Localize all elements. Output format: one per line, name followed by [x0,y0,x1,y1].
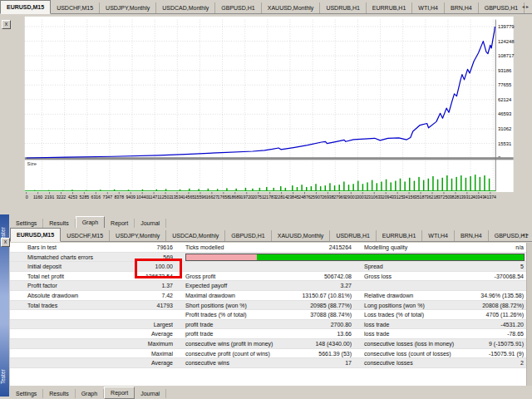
size-bar [484,175,485,191]
x-axis-tick: 3222 [57,195,66,200]
report-label: Expected payoff [173,281,289,290]
report-label: profit trade [173,329,289,338]
x-axis-tick: 10440 [136,195,149,200]
symbol-tab-eurrub-h1[interactable]: EURRUB,H1 [377,230,422,241]
tab-report[interactable]: Report [105,219,135,228]
size-bar [142,190,143,191]
report-value: -4531.20 [468,320,525,329]
size-bar [418,177,419,191]
symbol-tab-brn-h4[interactable]: BRN,H4 [445,2,479,13]
report-value: -78.65 [468,329,525,338]
report-label [173,262,289,271]
tab-settings[interactable]: Settings [10,219,43,228]
size-bar [456,177,456,191]
tab-graph[interactable]: Graph [76,216,105,229]
y-axis-tick: 77655 [498,82,512,87]
size-bar [334,185,335,191]
size-bar [315,184,316,190]
x-axis-tick: 4253 [68,195,78,200]
x-axis-tick: 27969 [333,195,346,200]
x-axis-tick: 14565 [183,195,195,200]
x-axis-tick: 21783 [264,195,276,200]
symbol-tab-brn-h4[interactable]: BRN,H4 [455,230,489,241]
size-bar [301,185,302,190]
size-bar [400,179,401,191]
symbol-tab-eurusd-m15[interactable]: EURUSD,M15 [10,228,61,242]
symbol-tabbar-top: EURUSD,M15USDCHF,M15USDJPY,MonthlyUSDCAD… [0,0,532,14]
size-bar [404,181,405,190]
x-axis-tick: 2191 [45,195,55,200]
report-label: loss trade [352,320,468,329]
tab-scroll-arrows[interactable]: ◂▸ [522,231,530,237]
x-axis-tick: 33125 [392,195,404,200]
report-value: Maximal [123,349,173,358]
tab-results[interactable]: Results [43,389,75,398]
x-axis-tick: 12502 [160,195,172,200]
y-axis-tick: 93186 [498,68,511,73]
size-bar [165,189,166,190]
symbol-tab-usdchf-m15[interactable]: USDCHF,M15 [61,230,110,241]
tab-results[interactable]: Results [43,219,75,228]
report-value: 3.27 [289,281,352,290]
tab-report[interactable]: Report [104,387,135,399]
symbol-tabbar-report: EURUSD,M15USDCHF,M15USDJPY,MonthlyUSDCAD… [10,228,532,242]
tab-graph[interactable]: Graph [76,389,104,398]
symbol-tab-wti-h4[interactable]: WTI,H4 [412,2,445,13]
size-bar [48,190,49,191]
size-bar [329,183,330,190]
symbol-tab-usdchf-m15[interactable]: USDCHF,M15 [51,2,100,13]
symbol-tab-gbpusd-h1[interactable]: GBPUSD,H1 [215,2,261,13]
report-row: Mismatched charts errors569 [10,253,527,263]
symbol-tab-gbpusd-h1[interactable]: GBPUSD,H1 [225,230,271,241]
equity-chart: 1397791242481087179318677655621244659331… [0,15,532,214]
x-axis-tick: 11471 [148,195,160,200]
symbol-tab-eurusd-m15[interactable]: EURUSD,M15 [0,0,51,14]
size-bar [343,181,344,190]
report-value [468,281,525,290]
tab-settings[interactable]: Settings [10,389,43,398]
chart-background [25,17,514,192]
x-axis-tick: 34156 [403,195,416,200]
report-value: 1.37 [123,281,173,290]
report-label: consecutive wins [173,358,289,367]
symbol-tab-eurrub-h1[interactable]: EURRUB,H1 [367,2,412,13]
y-axis-tick: 62124 [498,97,512,102]
panel-splitter[interactable] [25,157,514,160]
tab-journal[interactable]: Journal [135,389,166,398]
symbol-tab-xauusd-monthly[interactable]: XAUUSD,Monthly [272,230,331,241]
report-value: 37088 (88.74%) [289,310,352,319]
terminal-window: EURUSD,M15USDCHF,M15USDJPY,MonthlyUSDCAD… [0,0,532,399]
report-label: Long positions (won %) [352,301,468,310]
tab-journal[interactable]: Journal [135,219,166,228]
symbol-tab-usdjpy-monthly[interactable]: USDJPY,Monthly [110,230,166,241]
symbol-tab-wti-h4[interactable]: WTI,H4 [422,230,455,241]
report-label: consecutive loss (count of losses) [352,349,468,358]
report-label: profit trade [173,320,289,329]
symbol-tab-usdrub-h1[interactable]: USDRUB,H1 [330,230,376,241]
tab-scroll-arrows[interactable]: ◂▸ [522,3,530,9]
symbol-tab-usdcad-monthly[interactable]: USDCAD,Monthly [166,230,225,241]
size-bar [377,183,377,190]
symbol-tab-usdrub-h1[interactable]: USDRUB,H1 [320,2,366,13]
symbol-tab-gbpusd-h1[interactable]: GBPUSD,H1 [479,2,525,13]
size-bar [451,179,452,191]
size-bar [372,180,372,191]
size-bar [461,175,461,191]
close-graph-icon[interactable]: x [2,20,11,29]
report-scrollbar[interactable] [526,243,532,386]
close-report-icon[interactable]: x [1,238,10,247]
size-bar [414,181,415,191]
x-axis-tick: 15596 [195,195,207,200]
x-axis-tick: 38281 [450,195,462,200]
size-bar [423,180,424,191]
tester-tabbar-middle: SettingsResultsGraphReportJournal [10,215,532,228]
report-label: Bars in test [10,243,123,252]
y-axis-tick: 139779 [498,24,515,29]
symbol-tab-usdjpy-monthly[interactable]: USDJPY,Monthly [100,2,156,13]
symbol-tab-usdcad-monthly[interactable]: USDCAD,Monthly [156,2,215,13]
report-value: Maximum [123,339,173,348]
report-label: Relative drawdown [352,291,468,300]
x-axis-tick: 31063 [368,195,381,200]
report-label: Absolute drawdown [10,291,123,300]
symbol-tab-xauusd-monthly[interactable]: XAUUSD,Monthly [262,2,321,13]
